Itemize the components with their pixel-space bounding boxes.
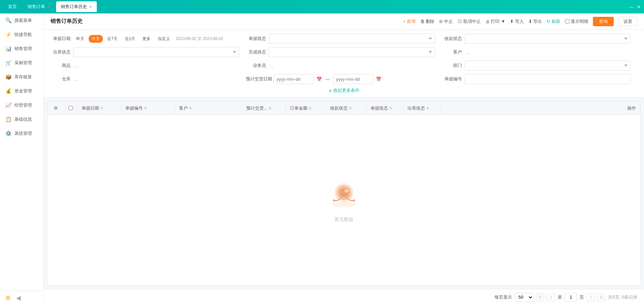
warehouse-dots-btn[interactable]: ... — [73, 76, 80, 82]
refresh-btn[interactable]: ↻ 刷新 — [547, 18, 560, 25]
th-amount[interactable]: 订单金额 ⇅ — [286, 102, 326, 115]
bill-num-input[interactable] — [465, 74, 631, 84]
sidebar-item-finance[interactable]: 💰 资金管理 — [0, 84, 43, 98]
th-num-sort-icon[interactable]: ⇅ — [144, 106, 147, 110]
delivery-date-start[interactable] — [273, 74, 314, 84]
print-btn[interactable]: 🖨 打印 ▼ — [485, 18, 506, 25]
filter-warehouse: 仓库 ... — [50, 76, 246, 82]
filter-delivery-date: 预计交货日期 📅 — 📅 — [246, 74, 441, 84]
th-settings[interactable]: ⚙ — [47, 102, 64, 115]
th-out-sort-icon[interactable]: ⇅ — [426, 106, 429, 110]
th-delivery-label: 预计交货... — [246, 105, 267, 111]
th-customer-sort-icon[interactable]: ⇅ — [189, 106, 192, 110]
th-date-sort-icon[interactable]: ⇅ — [100, 106, 103, 110]
sidebar-item-operation[interactable]: 📈 经营管理 — [0, 98, 43, 112]
window-close-icon[interactable]: ✕ — [637, 4, 641, 9]
sidebar-item-sys-mgmt[interactable]: ⚙️ 系统管理 — [0, 126, 43, 141]
tab-sales-order-history[interactable]: 销售订单历史 ✕ — [56, 1, 97, 12]
customer-dots-btn[interactable]: ... — [465, 49, 471, 55]
th-delivery[interactable]: 预计交货... ⇅ — [242, 102, 286, 115]
sidebar-item-inventory[interactable]: 📦 库存核算 — [0, 70, 43, 84]
receipt-status-select[interactable] — [465, 34, 631, 44]
sidebar-collapse-icon[interactable]: ◀ — [16, 294, 21, 302]
window-minimize-icon[interactable]: — — [629, 4, 634, 9]
dept-select[interactable] — [465, 61, 631, 71]
th-num[interactable]: 单据编号 ⇅ — [121, 102, 175, 115]
filter-row-2: 出库状态 完成状态 客户 ... — [50, 47, 637, 57]
sidebar-item-quick-nav[interactable]: ⚡ 快捷导航 — [0, 28, 43, 42]
warehouse-label: 仓库 — [50, 76, 71, 82]
page-next-btn[interactable]: ⟩ — [587, 293, 595, 301]
th-receipt-sort-icon[interactable]: ⇅ — [349, 106, 352, 110]
inventory-icon: 📦 — [5, 74, 12, 80]
sidebar-item-search-menu[interactable]: 🔍 搜索菜单 — [0, 13, 43, 28]
set-btn[interactable]: 设置 — [618, 17, 637, 26]
per-page-select[interactable]: 10 20 50 100 — [515, 293, 533, 302]
filter-out-status: 出库状态 — [50, 47, 246, 57]
tab-sales-order-history-close[interactable]: ✕ — [89, 5, 92, 9]
complete-status-select[interactable] — [269, 47, 435, 57]
th-amount-label: 订单金额 — [290, 105, 307, 111]
date-range-text: 2023-06-02 至 2023-06-02 — [176, 36, 223, 42]
delivery-date-dash: — — [325, 77, 330, 82]
sidebar-item-sales-mgmt-label: 销售管理 — [14, 46, 32, 52]
date-btn-7days[interactable]: 近7天 — [104, 35, 121, 43]
table-settings-icon[interactable]: ⚙ — [54, 106, 58, 111]
table-check-all[interactable] — [69, 106, 73, 110]
display-toggle-checkbox[interactable] — [565, 19, 569, 24]
th-delivery-sort-icon[interactable]: ⇅ — [269, 106, 271, 110]
th-status[interactable]: 单据状态 ⇅ — [367, 102, 403, 115]
th-receipt[interactable]: 收款状态 ⇅ — [326, 102, 367, 115]
svg-point-3 — [339, 188, 349, 197]
page-first-btn[interactable]: ⟨⟨ — [536, 293, 544, 301]
tab-home[interactable]: 首页 — [3, 1, 22, 12]
salesperson-dots-btn[interactable]: ... — [269, 62, 275, 69]
filter-customer: 客户 ... — [442, 49, 637, 55]
delivery-date-end-calendar-icon[interactable]: 📅 — [376, 77, 381, 82]
salesperson-label: 业务员 — [246, 63, 266, 69]
purchase-mgmt-icon: 🛒 — [5, 60, 12, 66]
delivery-date-start-calendar-icon[interactable]: 📅 — [316, 77, 322, 82]
bill-status-select[interactable] — [269, 34, 435, 44]
tab-sales-order-close[interactable]: ✕ — [47, 5, 50, 9]
page-prev-btn[interactable]: ⟨ — [547, 293, 555, 301]
product-dots-btn[interactable]: ... — [73, 62, 80, 69]
tab-sales-order-history-label: 销售订单历史 — [61, 4, 87, 10]
date-btn-more[interactable]: 更多 — [139, 35, 154, 43]
date-btn-custom[interactable]: 自定义 — [155, 35, 173, 43]
date-btn-1month[interactable]: 近1月 — [122, 35, 138, 43]
th-amount-sort-icon[interactable]: ⇅ — [309, 106, 311, 110]
operation-icon: 📈 — [5, 102, 12, 108]
product-label: 商品 — [50, 63, 71, 69]
th-date[interactable]: 单据日期 ⇅ — [78, 102, 121, 115]
display-toggle[interactable]: 显示明细 — [565, 18, 588, 25]
print-label: 🖨 打印 — [485, 18, 500, 25]
query-btn[interactable]: 查询 — [593, 17, 614, 26]
sidebar-item-purchase-mgmt[interactable]: 🛒 采购管理 — [0, 56, 43, 70]
sidebar-settings-icon[interactable]: ⚙ — [5, 294, 11, 302]
tab-sales-order[interactable]: 销售订单 ✕ — [23, 1, 55, 12]
date-btn-today[interactable]: 今天 — [89, 35, 103, 43]
th-check[interactable] — [64, 102, 78, 115]
sidebar-item-base-info[interactable]: 📋 基础信息 — [0, 112, 43, 126]
page-last-btn[interactable]: ⟩⟩ — [597, 293, 605, 301]
empty-state: 暂无数据 — [47, 115, 640, 285]
new-btn[interactable]: + 新增 — [403, 18, 416, 25]
page-input[interactable] — [565, 293, 577, 302]
sidebar-item-sales-mgmt[interactable]: 📊 销售管理 — [0, 42, 43, 56]
th-customer[interactable]: 客户 ⇅ — [175, 102, 242, 115]
th-status-sort-icon[interactable]: ⇅ — [389, 106, 392, 110]
filter-product: 商品 ... — [50, 62, 246, 69]
collapse-row[interactable]: ∧ 收起更多条件 — [50, 87, 637, 93]
cancel-stop-btn[interactable]: ◎ 取消中止 — [458, 18, 481, 25]
out-status-select[interactable] — [73, 47, 239, 57]
import-btn[interactable]: ⬆ 导入 — [510, 18, 524, 25]
stop-btn[interactable]: ⊘ 中止 — [439, 18, 453, 25]
delete-btn[interactable]: 🗑 删除 — [420, 18, 435, 25]
page-suffix: 页 — [579, 294, 584, 300]
th-out[interactable]: 出库状态 ⇅ — [403, 102, 440, 115]
delivery-date-end[interactable] — [333, 74, 373, 84]
filter-salesperson: 业务员 ... — [246, 62, 441, 69]
export-btn[interactable]: ⬇ 导出 — [528, 18, 542, 25]
date-btn-yesterday[interactable]: 昨天 — [73, 35, 87, 43]
